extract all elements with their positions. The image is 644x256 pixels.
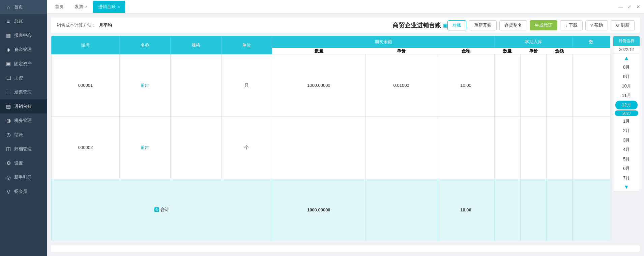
col-extra [572, 48, 610, 54]
cost-method-text: 销售成本计算方法： 月平均 [57, 22, 392, 28]
row1-spec [170, 54, 221, 117]
sidebar-item-close[interactable]: ◷ 结账 [0, 128, 47, 142]
month-picker-year-2022: 2022.12 [613, 46, 640, 54]
row1-in-price [520, 54, 546, 117]
table-row: 000002 前缸 个 [52, 117, 610, 179]
sidebar-item-ledger[interactable]: ≡ 总账 [0, 14, 47, 28]
table-container[interactable]: 编号 名称 规格 单位 期初余额 本期入库 数 数量 单价 金额 数 [51, 36, 610, 241]
month-nav-down[interactable]: ▼ [613, 183, 640, 191]
sidebar-item-salary[interactable]: ❑ 工资 [0, 71, 47, 85]
sidebar-label-funds: 资金管理 [14, 47, 32, 53]
month-12[interactable]: 12月 [615, 101, 638, 109]
maximize-button[interactable]: ⤢ [626, 4, 633, 10]
sidebar-label-reports: 报表中心 [14, 32, 32, 39]
tab-stock-close[interactable]: × [118, 5, 120, 9]
col-opening-price: 单价 [365, 48, 437, 54]
month-nav-up[interactable]: ▲ [613, 54, 640, 62]
total-in-amount [546, 179, 572, 241]
sidebar-item-stock[interactable]: ▤ 进销台账 [0, 99, 47, 113]
col-opening-qty: 数量 [272, 48, 365, 54]
month-10[interactable]: 10月 [613, 81, 640, 91]
sidebar-item-invoice-mgr[interactable]: ◻ 发票管理 [0, 85, 47, 99]
sidebar-item-tax[interactable]: ◑ 税务管理 [0, 113, 47, 128]
month-7[interactable]: 7月 [613, 173, 640, 183]
member-icon: V [5, 189, 11, 195]
sidebar-item-home[interactable]: ⌂ 首页 [0, 0, 47, 14]
row1-opening-amount: 10.00 [437, 54, 495, 117]
page-title: 商贸企业进销台账 ▣ [392, 21, 447, 29]
month-4[interactable]: 4月 [613, 145, 640, 154]
tab-invoice-close[interactable]: × [85, 5, 87, 9]
table-row: 000001 前缸 只 1000.00000 0.01000 10.00 [52, 54, 610, 117]
help-button[interactable]: ? 帮助 [585, 20, 608, 30]
settings-icon: ⚙ [5, 160, 11, 166]
save-alias-button[interactable]: 存货别名 [499, 20, 527, 30]
col-spec: 规格 [170, 36, 221, 54]
month-picker: 月份选择 2022.12 ▲ 8月 9月 10月 11月 12月 2023 1月… [613, 36, 640, 192]
content-row: 编号 名称 规格 单位 期初余额 本期入库 数 数量 单价 金额 数 [51, 36, 640, 241]
month-5[interactable]: 5月 [613, 154, 640, 164]
month-1[interactable]: 1月 [613, 117, 640, 126]
total-opening-amount: 10.00 [437, 179, 495, 241]
sidebar: ⌂ 首页 ≡ 总账 ▦ 报表中心 ◈ 资金管理 ▣ 固定资产 ❑ 工资 ◻ 发票… [0, 0, 47, 256]
sidebar-item-member[interactable]: V 畅会员 [0, 184, 47, 199]
tab-invoice-label: 发票 [75, 4, 83, 10]
generate-voucher-button[interactable]: 生成凭证 [530, 20, 557, 30]
month-9[interactable]: 9月 [613, 72, 640, 81]
sidebar-label-member: 畅会员 [14, 188, 27, 195]
sidebar-label-salary: 工资 [14, 75, 23, 81]
home-icon: ⌂ [5, 4, 11, 10]
download-button[interactable]: ↓ 下载 [560, 20, 583, 30]
sidebar-item-reports[interactable]: ▦ 报表中心 [0, 28, 47, 43]
row1-unit: 只 [221, 54, 272, 117]
row1-extra [572, 54, 610, 117]
sidebar-label-invoice-mgr: 发票管理 [14, 89, 32, 95]
tab-home[interactable]: 首页 [50, 1, 69, 13]
scrollbar-area[interactable] [51, 245, 640, 252]
refresh-button[interactable]: ↻ 刷新 [611, 20, 635, 30]
guide-icon: ◎ [5, 174, 11, 180]
reopen-button[interactable]: 重新开账 [469, 20, 497, 30]
sidebar-item-guide[interactable]: ◎ 新手引导 [0, 170, 47, 184]
col-current-out-label: 数 [572, 36, 610, 48]
sidebar-item-archive[interactable]: ◫ 归档管理 [0, 142, 47, 156]
tab-stock-label: 进销台账 [98, 4, 116, 10]
col-opening-amount: 金额 [437, 48, 495, 54]
sidebar-item-settings[interactable]: ⚙ 设置 [0, 156, 47, 170]
month-8[interactable]: 8月 [613, 62, 640, 72]
info-icon[interactable]: ▣ [443, 23, 447, 28]
download-icon: ↓ [565, 23, 567, 28]
month-6[interactable]: 6月 [613, 164, 640, 173]
reports-icon: ▦ [5, 32, 11, 39]
tab-stock[interactable]: 进销台账 × [93, 1, 125, 13]
page-content: 销售成本计算方法： 月平均 商贸企业进销台账 ▣ 对账 重新开账 存货别名 生成… [47, 14, 644, 256]
sidebar-label-stock: 进销台账 [14, 103, 32, 109]
sidebar-item-assets[interactable]: ▣ 固定资产 [0, 57, 47, 71]
close-acct-icon: ◷ [5, 132, 11, 138]
assets-icon: ▣ [5, 61, 11, 67]
total-extra [572, 179, 610, 241]
main-area: 首页 发票 × 进销台账 × — ⤢ ✕ 销售成本计算方法： 月平均 商贸企业进… [47, 0, 644, 256]
sidebar-label-archive: 归档管理 [14, 146, 32, 152]
sidebar-label-home: 首页 [14, 4, 23, 10]
archive-icon: ◫ [5, 146, 11, 152]
tab-bar: 首页 发票 × 进销台账 × — ⤢ ✕ [47, 0, 644, 14]
minimize-button[interactable]: — [618, 4, 624, 10]
month-11[interactable]: 11月 [613, 91, 640, 100]
sidebar-label-tax: 税务管理 [14, 118, 32, 124]
row2-in-qty [495, 117, 521, 179]
year-2023-marker: 2023 [615, 110, 638, 116]
month-3[interactable]: 3月 [613, 135, 640, 145]
row1-opening-price: 0.01000 [365, 54, 437, 117]
total-in-qty [495, 179, 521, 241]
row1-in-qty [495, 54, 521, 117]
ledger-icon: ≡ [5, 19, 11, 24]
total-opening-price [365, 179, 437, 241]
row2-in-amount [546, 117, 572, 179]
sidebar-item-funds[interactable]: ◈ 资金管理 [0, 43, 47, 57]
reconcile-button[interactable]: 对账 [447, 20, 466, 30]
tab-invoice[interactable]: 发票 × [69, 1, 92, 13]
month-2[interactable]: 2月 [613, 126, 640, 135]
close-button[interactable]: ✕ [635, 4, 641, 10]
sidebar-label-settings: 设置 [14, 160, 23, 166]
